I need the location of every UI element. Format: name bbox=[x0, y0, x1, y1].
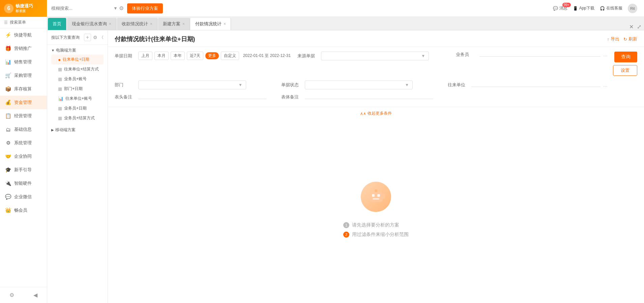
date-custom-btn[interactable]: 自定义 bbox=[221, 52, 239, 60]
online-service-btn[interactable]: 🎧 在线客服 bbox=[600, 5, 622, 11]
quick-icon: ⚡ bbox=[5, 32, 11, 38]
nav-label-purchase: 采购管理 bbox=[14, 72, 32, 79]
header-search-input[interactable] bbox=[51, 6, 112, 11]
export-btn[interactable]: ↑ 导出 bbox=[607, 36, 620, 42]
nav-label-guide: 新手引导 bbox=[14, 167, 32, 173]
tab-income-close[interactable]: × bbox=[150, 22, 152, 26]
nav-item-guide[interactable]: 🎓 新手引导 bbox=[0, 163, 47, 177]
dept-select[interactable]: ▼ bbox=[138, 81, 246, 89]
refresh-btn[interactable]: ↻ 刷新 bbox=[623, 36, 637, 42]
scheme-item-label-unit-date: 往来单位+日期 bbox=[63, 57, 89, 62]
nav-item-operation[interactable]: 📋 经营管理 bbox=[0, 109, 47, 123]
nav-item-inventory[interactable]: 📦 库存核算 bbox=[0, 82, 47, 96]
search-icon: ☰ bbox=[4, 20, 8, 25]
scheme-panel-actions: + ⚙ 《 bbox=[84, 34, 104, 41]
tab-pay-stat[interactable]: 付款情况统计 × bbox=[191, 18, 231, 30]
avatar[interactable]: Rit bbox=[628, 4, 637, 13]
scheme-table-icon-3: ▦ bbox=[58, 86, 62, 91]
sidebar-search[interactable]: ☰ 搜索菜单 bbox=[0, 17, 47, 28]
empty-tip-1: 1 请先选择要分析的方案 bbox=[343, 222, 409, 228]
tab-bank-close[interactable]: × bbox=[109, 22, 111, 26]
nav-item-hardware[interactable]: 🔌 智能硬件 bbox=[0, 177, 47, 190]
svg-rect-2 bbox=[377, 194, 380, 197]
filter-settings-btn[interactable]: 设置 bbox=[613, 65, 637, 76]
partner-input[interactable] bbox=[471, 83, 601, 87]
collapse-sidebar-btn[interactable]: ◀ bbox=[32, 291, 39, 300]
nav-item-purchase[interactable]: 🛒 采购管理 bbox=[0, 69, 47, 82]
nav-label-hardware: 智能硬件 bbox=[14, 180, 32, 186]
bill-status-select[interactable]: ▼ bbox=[305, 81, 413, 89]
svg-rect-0 bbox=[369, 192, 383, 202]
app-download-btn[interactable]: 📱 App下载 bbox=[573, 5, 594, 11]
scheme-item-unit-account[interactable]: 📊 往来单位+账号 bbox=[51, 94, 104, 103]
close-tab-btn[interactable]: ✕ bbox=[629, 24, 634, 30]
mobile-section-label: 移动端方案 bbox=[55, 127, 76, 133]
inventory-icon: 📦 bbox=[5, 86, 11, 92]
filter-area: 单据日期 上月 本月 本年 近7天 更多 自定义 2022-01-01 至 20… bbox=[108, 47, 644, 107]
scheme-item-staff-settle[interactable]: ▦ 业务员+结算方式 bbox=[51, 113, 104, 123]
tab-home[interactable]: 首页 bbox=[48, 18, 66, 30]
date-more-btn[interactable]: 更多 bbox=[205, 52, 219, 59]
nav-item-marketing[interactable]: 🎁 营销推广 bbox=[0, 42, 47, 55]
header-note-label: 表头备注 bbox=[115, 94, 138, 100]
body-note-input[interactable] bbox=[305, 95, 433, 99]
marketing-icon: 🎁 bbox=[5, 45, 11, 52]
logo-sub: 标准版 bbox=[16, 9, 33, 13]
date-btn-last-7[interactable]: 近7天 bbox=[187, 52, 203, 60]
scheme-settings-btn[interactable]: ⚙ bbox=[93, 35, 97, 40]
tab-new-scheme-close[interactable]: × bbox=[182, 22, 185, 26]
scheme-item-staff-account[interactable]: ▦ 业务员+账号 bbox=[51, 74, 104, 84]
maximize-tab-btn[interactable]: ⤢ bbox=[637, 24, 641, 30]
header-dropdown-btn[interactable]: ▼ bbox=[113, 6, 118, 11]
staff-label: 业务员 bbox=[456, 52, 479, 58]
message-btn[interactable]: 💬 消息 99+ bbox=[553, 5, 567, 11]
member-icon: 👑 bbox=[5, 207, 11, 214]
tab-pay-stat-close[interactable]: × bbox=[224, 22, 226, 26]
scheme-chart-icon: 📊 bbox=[58, 96, 63, 101]
scheme-add-btn[interactable]: + bbox=[84, 34, 91, 41]
query-btn[interactable]: 查询 bbox=[614, 52, 637, 62]
nav-item-system[interactable]: ⚙ 系统管理 bbox=[0, 136, 47, 150]
tab-income[interactable]: 收款情况统计 × bbox=[117, 18, 157, 30]
mobile-section-toggle[interactable]: ▶ 移动端方案 bbox=[51, 127, 104, 133]
nav-label-marketing: 营销推广 bbox=[14, 46, 32, 52]
scheme-item-unit-settle[interactable]: ▦ 往来单位+结算方式 bbox=[51, 64, 104, 74]
guide-icon: 🎓 bbox=[5, 166, 11, 173]
nav-item-fund[interactable]: 💰 资金管理 bbox=[0, 96, 47, 109]
scheme-item-dept-date[interactable]: ▦ 部门+日期 bbox=[51, 84, 104, 94]
date-btn-last-month[interactable]: 上月 bbox=[138, 52, 152, 60]
nav-item-quick[interactable]: ⚡ 快捷导航 bbox=[0, 28, 47, 42]
staff-input[interactable] bbox=[479, 53, 601, 57]
scheme-item-staff-date[interactable]: ▦ 业务员+日期 bbox=[51, 103, 104, 113]
bill-status-label: 单据状态 bbox=[281, 82, 305, 88]
source-select[interactable]: ▼ bbox=[321, 52, 429, 60]
tab-bank[interactable]: 现金银行流水查询 × bbox=[67, 18, 116, 30]
collapse-bar[interactable]: ∧∧ 收起更多条件 bbox=[108, 107, 644, 120]
tab-new-scheme[interactable]: 新建方案 × bbox=[158, 18, 190, 30]
desktop-section-toggle[interactable]: ▼ 电脑端方案 bbox=[51, 48, 104, 53]
desktop-toggle-icon: ▼ bbox=[51, 49, 55, 52]
tab-bank-label: 现金银行流水查询 bbox=[72, 21, 107, 27]
try-industry-btn[interactable]: 体验行业方案 bbox=[127, 3, 163, 13]
header-settings-btn[interactable]: ⚙ bbox=[119, 5, 124, 11]
svg-rect-1 bbox=[372, 194, 375, 197]
app-icon: 📱 bbox=[573, 6, 578, 11]
page-title-bar: 付款情况统计(往来单位+日期) ↑ 导出 ↻ 刷新 bbox=[108, 30, 644, 47]
nav-item-member[interactable]: 👑 畅会员 bbox=[0, 204, 47, 217]
nav-item-base[interactable]: 🗂 基础信息 bbox=[0, 123, 47, 136]
settings-bottom-btn[interactable]: ⚙ bbox=[8, 291, 16, 300]
nav-item-weixin[interactable]: 💬 企业微信 bbox=[0, 190, 47, 204]
scheme-item-unit-date[interactable]: ● 往来单位+日期 bbox=[51, 55, 104, 64]
scheme-panel-title: 按以下方案查询 bbox=[51, 35, 80, 40]
nav-item-corp[interactable]: 🤝 企业协同 bbox=[0, 150, 47, 163]
nav-item-sales[interactable]: 📊 销售管理 bbox=[0, 55, 47, 69]
corp-icon: 🤝 bbox=[5, 153, 11, 160]
staff-more-btn[interactable]: … bbox=[603, 52, 608, 57]
date-btn-this-month[interactable]: 本月 bbox=[154, 52, 169, 60]
export-icon: ↑ bbox=[607, 37, 610, 42]
scheme-table-icon-6: ▦ bbox=[58, 116, 62, 121]
scheme-collapse-btn[interactable]: 《 bbox=[99, 35, 104, 40]
date-btn-this-year[interactable]: 本年 bbox=[171, 52, 185, 60]
partner-more-btn[interactable]: … bbox=[603, 83, 608, 88]
header-note-input[interactable] bbox=[138, 95, 266, 99]
